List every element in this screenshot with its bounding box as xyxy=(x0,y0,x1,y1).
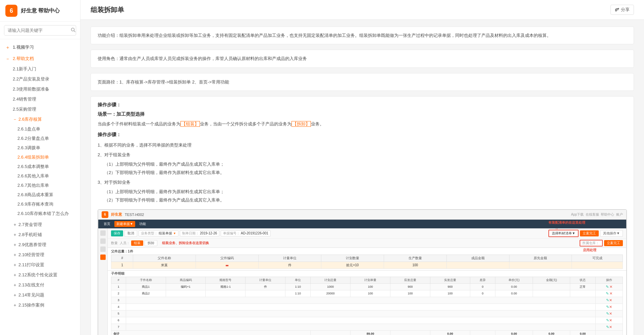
mock-btn-cancel[interactable]: 取消 xyxy=(124,230,137,237)
mock-btn-other[interactable]: 其他操作▼ xyxy=(600,230,623,237)
sidebar-item-cost-adj[interactable]: 2.6.5成本调整单 xyxy=(0,162,80,171)
sidebar-item-cases[interactable]: ＋2.15操作案例 xyxy=(0,300,80,310)
mock-op-edit2[interactable]: ✎ xyxy=(606,291,609,295)
mock-btn-save[interactable]: 保存 xyxy=(111,230,123,236)
sidebar-item-inventory[interactable]: －2.6库存核算 xyxy=(0,114,80,124)
mock-lower-row-7: 7✎✕ xyxy=(111,324,623,330)
sidebar-item-partial-stock[interactable]: 2.6.2分量盘点单 xyxy=(0,134,80,143)
mock-lower-r1-0: 1 xyxy=(111,283,126,290)
content-area: 功能介绍：组装拆卸单用来处理企业组装或拆卸等加工业务，支持有固定装配清单的产品加… xyxy=(80,20,644,335)
r6op-d[interactable]: ✕ xyxy=(609,318,612,322)
nav-group-video-header[interactable]: ＋ 1.视频学习 xyxy=(0,42,80,53)
sidebar-item-other-in[interactable]: 2.6.6其他入库单 xyxy=(0,171,80,181)
search-input[interactable] xyxy=(4,26,67,35)
mock-lower-th-5: 单位 xyxy=(285,277,311,283)
sidebar-item-install[interactable]: 2.2产品安装及登录 xyxy=(0,74,80,84)
r7op-e[interactable]: ✎ xyxy=(606,325,609,329)
sidebar-item-assembly[interactable]: 2.6.4组装拆卸单 xyxy=(0,153,80,162)
r7op-d[interactable]: ✕ xyxy=(609,325,612,329)
mock-upper-cell-num: 1 xyxy=(111,262,133,269)
r6rest xyxy=(126,317,595,324)
sidebar-item-finance[interactable]: ＋2.7资金管理 xyxy=(0,220,80,230)
sidebar-item-stocktake[interactable]: 2.6.1盘点单 xyxy=(0,124,80,134)
footer-c6 xyxy=(311,330,351,335)
sidebar-item-mobile[interactable]: ＋2.8手机旺铺 xyxy=(0,230,80,240)
mock-lower-th-11: 单价(元) xyxy=(495,277,533,283)
sidebar-item-cost-recalc[interactable]: 2.6.8商品成本重算 xyxy=(0,190,80,200)
sidebar-item-payment[interactable]: ＋2.13在线支付 xyxy=(0,280,80,290)
mock-nav-func: 功能 xyxy=(137,221,148,227)
r3rest xyxy=(126,297,595,303)
sidebar-item-print[interactable]: ＋2.11打印设置 xyxy=(0,260,80,270)
sidebar-item-data-prep[interactable]: 2.3使用前数据准备 xyxy=(0,84,80,94)
mock-op-del[interactable]: ✕ xyxy=(609,285,612,289)
mock-launch-area: 所属仓库： 启用处理 立案完工 xyxy=(210,240,623,246)
mock-op-del2[interactable]: ✕ xyxy=(609,291,612,295)
mock-upper-header-row: # 父件名称 父件编码 计量单位 计划数量 生产数量 成品金额 原先金额 xyxy=(111,255,623,262)
sidebar-item-purchase[interactable]: 2.5采购管理 xyxy=(0,104,80,114)
mock-lower-r1-ops: ✎ ✕ xyxy=(595,283,623,290)
mock-tab-assembly[interactable]: 组装 xyxy=(131,240,143,246)
nav-group-docs-header[interactable]: － 2.帮助文档 xyxy=(0,53,80,64)
r5c0: 5 xyxy=(111,310,126,317)
mock-op-edit[interactable]: ✎ xyxy=(606,285,609,289)
sidebar-item-ledger-fix[interactable]: 2.6.10库存账本错了怎么办 xyxy=(0,209,80,218)
mock-upper-table: # 父件名称 父件编码 计量单位 计划数量 生产数量 成品金额 原先金额 xyxy=(111,255,623,269)
mock-lower-row-4: 4✎✕ xyxy=(111,303,623,310)
sidebar-item-coupon[interactable]: ＋2.9优惠券管理 xyxy=(0,240,80,250)
mock-lower-r2-7: 100 xyxy=(351,290,390,297)
share-label: 分享 xyxy=(621,7,630,13)
mock-brand-text: 好生意 xyxy=(111,212,122,217)
footer-c9: 0.00 xyxy=(430,330,470,335)
sidebar-item-sales[interactable]: 2.4销售管理 xyxy=(0,94,80,104)
nav-docs-sub: 2.1新手入门 2.2产品安装及登录 2.3使用前数据准备 2.4销售管理 2.… xyxy=(0,64,80,310)
mock-upper-cell-name: 米某 xyxy=(133,262,196,269)
r7rest xyxy=(126,324,595,330)
mock-lower-row-6: 6✎✕ xyxy=(111,317,623,324)
mock-topbar: 6 好生意 TEST-H002 App下载 在线客服 帮助中心 账户 xyxy=(98,210,626,220)
mock-no-val: AD-20191226-001 xyxy=(241,231,268,235)
mock-lower-r1-7: 100 xyxy=(351,283,390,290)
sidebar-item-customize[interactable]: ＋2.12系统个性化设置 xyxy=(0,270,80,280)
mock-date-label: 制单日期： xyxy=(182,231,199,236)
mock-btn-launch[interactable]: 立案完工 xyxy=(604,240,623,246)
search-area xyxy=(0,22,80,39)
mock-tab-disassembly[interactable]: 拆卸 xyxy=(145,240,157,246)
sidebar-item-ops[interactable]: ＋2.10经营管理 xyxy=(0,250,80,260)
footer-ops xyxy=(595,330,623,335)
mock-annotation1-area: 选择料材清单▼ 有装配清单的在这里处理 → xyxy=(548,230,579,237)
r4op-d[interactable]: ✕ xyxy=(609,305,612,309)
search-box xyxy=(4,25,76,36)
mock-btn-material-list[interactable]: 选择料材清单▼ xyxy=(548,230,579,237)
footer-c10 xyxy=(470,330,495,335)
search-button[interactable] xyxy=(67,25,76,35)
sidebar-item-newbie[interactable]: 2.1新手入门 xyxy=(0,64,80,74)
r6op-e[interactable]: ✎ xyxy=(606,318,609,322)
share-button[interactable]: 分享 xyxy=(610,5,634,15)
mock-upper-cell-code xyxy=(196,262,259,269)
sidebar-item-other-out[interactable]: 2.6.7其他出库单 xyxy=(0,181,80,190)
mock-btn-complete[interactable]: 立案完工 xyxy=(580,230,599,236)
mock-upper-cell-amount xyxy=(446,262,509,269)
mock-icon2 xyxy=(100,238,106,244)
r5op-e[interactable]: ✎ xyxy=(606,312,609,316)
r5op-d[interactable]: ✕ xyxy=(609,312,612,316)
sidebar-item-ledger-query[interactable]: 2.6.9库存账本查询 xyxy=(0,200,80,209)
sidebar-item-faq[interactable]: ＋2.14常见问题 xyxy=(0,290,80,300)
mock-lower-r2-ops: ✎ ✕ xyxy=(595,290,623,297)
sidebar-item-transfer[interactable]: 2.6.3调拨单 xyxy=(0,143,80,153)
r3op-d[interactable]: ✕ xyxy=(609,298,612,302)
r3op-e[interactable]: ✎ xyxy=(606,298,609,302)
r3c0: 3 xyxy=(111,297,126,303)
mock-lower-r1-4: 件 xyxy=(246,283,285,290)
page-title: 组装拆卸单 xyxy=(91,5,124,14)
mock-main-content: 保存 取消 业务类型： 组装单据 ▼ 制单日期： xyxy=(108,228,626,335)
steps-block: 操作步骤： 场景一：加工类型选择 当由多个子件材料组装成一个成品的业务为【组装】… xyxy=(91,96,634,335)
mock-upper-cell-orig xyxy=(509,262,572,269)
mock-lower-footer-row: 合计 89.00 0.00 0.00 0.00 xyxy=(111,330,623,335)
footer-c13: 0.00 xyxy=(570,330,595,335)
mock-lower-th-7: 计划单量 xyxy=(351,277,390,283)
r3ops: ✎✕ xyxy=(595,297,623,303)
r4op-e[interactable]: ✎ xyxy=(606,305,609,309)
mock-lower-header-row: # 子件名称 商品编码 规格型号 计量单位 单位 计划总量 计划单量 xyxy=(111,277,623,283)
